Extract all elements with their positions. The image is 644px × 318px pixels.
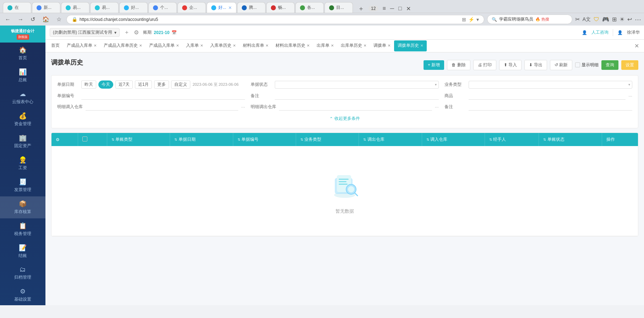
sidebar-item-salary[interactable]: 👷 工资 xyxy=(0,152,45,174)
tab-close-inbound-history[interactable]: ✕ xyxy=(233,44,236,48)
minimize-icon[interactable]: ─ xyxy=(390,5,394,12)
tab-close-material-out[interactable]: ✕ xyxy=(266,44,268,48)
status-select[interactable] xyxy=(275,81,438,89)
tab-腾[interactable]: 腾... xyxy=(237,2,266,13)
reload-btn[interactable]: ↺ xyxy=(28,15,37,23)
tab-close-material-out-history[interactable]: ✕ xyxy=(307,44,310,48)
doc-num-input[interactable] xyxy=(81,92,245,100)
tab-product-inbound[interactable]: 产成品入库单 ✕ xyxy=(63,40,100,51)
support-label[interactable]: 人工咨询 xyxy=(591,29,608,35)
tab-各[interactable]: 各... xyxy=(295,2,324,13)
date-btn-yesterday[interactable]: 昨天 xyxy=(81,80,96,89)
tab-好2[interactable]: 好... ✕ xyxy=(207,2,236,13)
sidebar-item-cloud-report[interactable]: ☁ 云报表中心 xyxy=(0,87,45,108)
sidebar-item-tax[interactable]: 📋 税务管理 xyxy=(0,218,45,240)
tab-close-product-inbound-history[interactable]: ✕ xyxy=(139,44,142,48)
sort-arrows-doc-type[interactable]: ⇅ xyxy=(111,138,114,141)
tab-outbound[interactable]: 出库单 ✕ xyxy=(313,40,337,51)
tab-product-inbound-history[interactable]: 产成品入库单历史 ✕ xyxy=(100,40,146,51)
more-icon[interactable]: ⋯ xyxy=(635,16,641,23)
tab-list-icon[interactable]: ≡ xyxy=(382,5,386,12)
biz-type-select[interactable] xyxy=(469,81,632,89)
back-btn[interactable]: ← xyxy=(3,16,13,23)
extension-icon[interactable]: ⚡ xyxy=(468,17,474,22)
tab-close-product-inbound[interactable]: ✕ xyxy=(94,44,97,48)
tab-畅[interactable]: 畅... xyxy=(266,2,295,13)
sort-arrows-handler[interactable]: ⇅ xyxy=(489,138,492,141)
tab-inbound[interactable]: 入库单 ✕ xyxy=(182,40,207,51)
sort-arrows-out-warehouse[interactable]: ⇅ xyxy=(363,138,366,141)
sort-arrows-biz-type[interactable]: ⇅ xyxy=(300,138,303,141)
goods-input[interactable] xyxy=(469,92,626,100)
in-warehouse-input[interactable] xyxy=(86,103,238,111)
gamepad-icon[interactable]: 🎮 xyxy=(602,16,609,23)
tab-在[interactable]: 在 xyxy=(3,2,31,13)
sort-arrows-doc-status[interactable]: ⇅ xyxy=(543,138,546,141)
tab-个[interactable]: 个... xyxy=(148,2,177,13)
undo-icon[interactable]: ↩ xyxy=(627,16,632,23)
sidebar-item-ledger[interactable]: 📊 总账 xyxy=(0,65,45,87)
tab-易1[interactable]: 易... xyxy=(61,2,89,13)
th-check[interactable] xyxy=(78,133,107,146)
goods-picker-icon[interactable]: ··· xyxy=(628,93,632,99)
tab-close-outbound-history[interactable]: ✕ xyxy=(364,44,366,48)
shield-icon[interactable]: 🛡 xyxy=(594,16,599,23)
export-btn[interactable]: ⬇ 导出 xyxy=(524,60,547,70)
date-btn-1month[interactable]: 近1月 xyxy=(135,80,152,89)
tab-transfer[interactable]: 调拨单 ✕ xyxy=(370,40,394,51)
dropdown-icon[interactable]: ▾ xyxy=(476,17,479,22)
import-btn[interactable]: ⬆ 导入 xyxy=(499,60,522,70)
tab-close-outbound[interactable]: ✕ xyxy=(331,44,334,48)
select-all-checkbox[interactable] xyxy=(82,136,87,141)
sort-arrows-doc-date[interactable]: ⇅ xyxy=(174,138,177,141)
sidebar-item-archive[interactable]: 🗂 归档管理 xyxy=(0,262,45,284)
tab-close-transfer[interactable]: ✕ xyxy=(388,44,391,48)
tab-新[interactable]: 新... xyxy=(32,2,60,13)
date-btn-today[interactable]: 今天 xyxy=(98,80,113,89)
tab-好1[interactable]: 好... xyxy=(119,2,148,13)
company-selector[interactable]: (勿删勿禁用) 江西服宝测试专用 ▾ xyxy=(50,28,120,37)
sidebar-item-inventory[interactable]: 📦 库存核算 xyxy=(0,196,45,218)
new-btn[interactable]: + 新增 xyxy=(424,60,444,70)
th-gear[interactable]: ⚙ xyxy=(51,133,78,146)
gear-icon[interactable]: ⚙ xyxy=(56,137,60,142)
sidebar-item-fixed-assets[interactable]: 🏢 固定资产 xyxy=(0,130,45,152)
tab-close-inbound[interactable]: ✕ xyxy=(200,44,203,48)
tab-material-out-history[interactable]: 材料出库单历史 ✕ xyxy=(272,40,313,51)
add-company-icon[interactable]: ＋ xyxy=(124,29,130,36)
tab-close-product-inbound2[interactable]: ✕ xyxy=(176,44,179,48)
company-settings-icon[interactable]: ⚙ xyxy=(134,29,139,36)
refresh-btn[interactable]: ↺ 刷新 xyxy=(550,60,572,70)
date-btn-custom[interactable]: 自定义 xyxy=(171,80,190,89)
out-warehouse-picker-icon[interactable]: ··· xyxy=(435,104,439,110)
url-bar[interactable]: 🔒 https://cloud.chanjet.com/accounting/u… xyxy=(66,15,484,24)
favorite-btn[interactable]: ☆ xyxy=(54,15,64,23)
sidebar-item-invoice[interactable]: 🧾 发票管理 xyxy=(0,174,45,196)
out-warehouse-input[interactable] xyxy=(279,103,432,111)
date-btn-more[interactable]: 更多 xyxy=(154,80,169,89)
tab-目[interactable]: 目... xyxy=(324,2,353,13)
query-btn[interactable]: 查询 xyxy=(601,60,618,70)
forward-btn[interactable]: → xyxy=(16,16,26,23)
search-bar[interactable]: 🔍 学霸应聘场驱鸟员 🔥 热搜 xyxy=(487,15,572,24)
remark2-input[interactable] xyxy=(469,103,632,111)
translate-icon[interactable]: A文 xyxy=(583,16,591,23)
date-btn-7days[interactable]: 近7天 xyxy=(115,80,133,89)
tab-home[interactable]: 首页 xyxy=(48,40,63,51)
tab-易2[interactable]: 易... xyxy=(90,2,119,13)
browser-tools-icon[interactable]: ⊞ xyxy=(462,17,466,22)
display-toggle[interactable]: 显示明细 xyxy=(575,62,599,68)
sidebar-item-closing[interactable]: 📝 结账 xyxy=(0,240,45,262)
tab-transfer-history[interactable]: 调拨单历史 ✕ xyxy=(394,40,427,51)
sidebar-item-settings[interactable]: ⚙ 基础设置 xyxy=(0,284,45,305)
tab-material-out[interactable]: 材料出库单 ✕ xyxy=(239,40,272,51)
tab-close-icon[interactable]: ✕ xyxy=(228,5,232,10)
calendar-icon[interactable]: 📅 xyxy=(171,30,177,35)
dark-mode-icon[interactable]: ☀ xyxy=(620,16,624,23)
tab-bar-close-btn[interactable]: ✕ xyxy=(632,43,642,49)
tab-close-transfer-history[interactable]: ✕ xyxy=(420,44,423,48)
sidebar-item-home[interactable]: 🏠 首页 xyxy=(0,43,45,65)
maximize-icon[interactable]: □ xyxy=(398,5,402,12)
settings-btn[interactable]: 设置 xyxy=(621,60,638,70)
sort-arrows-doc-no[interactable]: ⇅ xyxy=(238,138,240,141)
